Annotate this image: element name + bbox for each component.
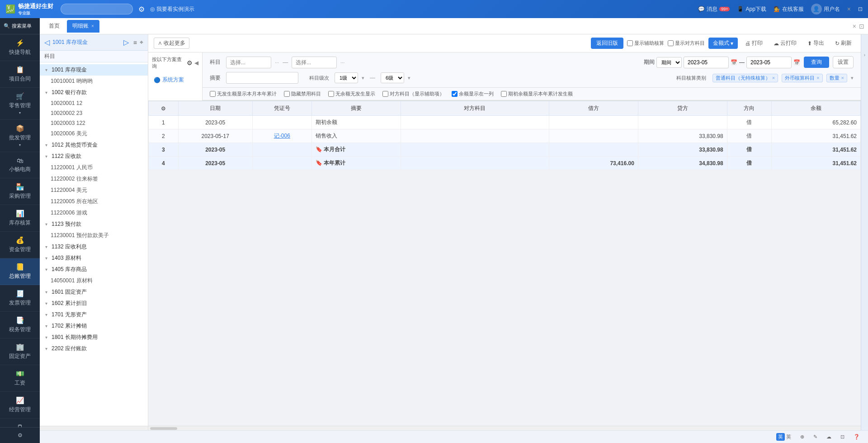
sidebar-item-operations[interactable]: 📈经营管理 (0, 392, 40, 419)
tag-quantity-remove[interactable]: × (841, 75, 844, 81)
demo-link[interactable]: ◎ 我要看实例演示 (150, 5, 194, 13)
sidebar-item-contract[interactable]: 📋项目合同 (0, 61, 40, 88)
tree-item-1801[interactable]: ▾1801 长期待摊费用 (40, 332, 148, 343)
tab-home[interactable]: 首页 (43, 20, 65, 33)
app-download-btn[interactable]: 📱 App下载 (737, 5, 766, 13)
calendar-start-icon[interactable]: 📅 (731, 59, 737, 66)
close-tab-icon[interactable]: × (853, 23, 856, 30)
tree-item-11220005[interactable]: 11220005 所在地区 (40, 196, 148, 207)
td-voucher[interactable]: 记-006 (252, 129, 311, 143)
tree-item-10020006[interactable]: 10020006 美元 (40, 128, 148, 139)
collapse-btn[interactable]: ∧ 收起更多 (154, 38, 189, 49)
sidebar-item-assets[interactable]: 🏢固定资产 (0, 338, 40, 365)
show-contra-checkbox[interactable]: 显示对方科目 (668, 40, 705, 47)
tree-item-10010001[interactable]: 10010001 哟哟哟 (40, 76, 148, 87)
tree-item-1123[interactable]: ▾1123 预付款 (40, 219, 148, 230)
summary-filter-input[interactable] (226, 72, 298, 84)
maximize-icon[interactable]: ⊡ (858, 6, 863, 12)
calendar-end-icon[interactable]: 📅 (793, 59, 800, 66)
table-row[interactable]: 42023-05🔖 本年累计73,416.0034,830.98借31,451.… (149, 157, 861, 170)
tree-item-1132[interactable]: ▾1132 应收利息 (40, 241, 148, 252)
account-target-icon[interactable]: ⌖ (140, 38, 143, 46)
tree-item-10020001[interactable]: 10020001 12 (40, 98, 148, 108)
tree-item-1001[interactable]: ▾1001 库存现金 (40, 64, 148, 76)
level-dropdown-icon[interactable]: ▾ (362, 75, 364, 81)
tree-item-1405[interactable]: ▾1405 库存商品 (40, 264, 148, 275)
account-nav-left-icon[interactable]: ◁ (44, 38, 50, 47)
setting-btn[interactable]: 设置 (833, 56, 854, 68)
tree-item-2202[interactable]: ▾2202 应付账款 (40, 343, 148, 354)
tree-item-1002[interactable]: ▾1002 银行存款 (40, 87, 148, 98)
lang-btn[interactable]: 英 英 (774, 432, 794, 442)
tree-item-11220001[interactable]: 11220001 人民币 (40, 162, 148, 173)
tab-close-icon[interactable]: × (91, 24, 94, 29)
tree-item-1403[interactable]: ▾1403 原材料 (40, 252, 148, 264)
category-dropdown-icon[interactable]: ▾ (851, 75, 854, 81)
checkbox-contra-show[interactable]: 对方科目（显示辅助项） (382, 91, 444, 97)
checkbox-no-balance-show2[interactable]: 无余额无发生显示 (328, 91, 375, 97)
period-type-select[interactable]: 期间 (656, 57, 682, 68)
right-collapse-panel[interactable]: › (861, 34, 868, 430)
tree-item-11220002[interactable]: 11220002 往来标签 (40, 173, 148, 185)
account-filter-more-icon[interactable]: ··· (275, 60, 279, 65)
sidebar-item-inventory[interactable]: 📊库存核算 (0, 205, 40, 232)
sidebar-item-purchase[interactable]: 🏪采购管理 (0, 178, 40, 205)
tree-item-1012[interactable]: ▾1012 其他货币资金 (40, 139, 148, 151)
tree-item-11230001[interactable]: 11230001 预付款款美子 (40, 230, 148, 241)
query-btn[interactable]: 查询 (804, 57, 829, 68)
scheme-arrow-icon[interactable]: ◀ (194, 60, 198, 66)
account-scrollbar[interactable] (40, 426, 148, 430)
close-window-icon[interactable]: × (847, 5, 851, 13)
checkbox-balance-in-row[interactable]: 余额显示在一列 (452, 91, 494, 97)
sidebar-item-retail[interactable]: 🛒零售管理▾ (0, 88, 40, 120)
td-voucher[interactable] (252, 157, 311, 170)
sidebar-item-ecommerce[interactable]: 🛍小畅电商 (0, 152, 40, 178)
period-end-input[interactable] (746, 57, 792, 68)
show-assist-checkbox[interactable]: 显示辅助核算 (627, 40, 664, 47)
checkbox-no-balance-show[interactable]: 无发生额显示本月本年累计 (210, 91, 277, 97)
refresh-btn[interactable]: ↻ 刷新 (831, 38, 855, 48)
account-nav-right-icon[interactable]: ▷ (123, 38, 129, 47)
export-btn[interactable]: ⬆ 导出 (804, 38, 828, 48)
tree-item-1701[interactable]: ▾1701 无形资产 (40, 309, 148, 320)
tag-foreign-remove[interactable]: × (816, 75, 819, 81)
tree-item-1602[interactable]: ▾1602 累计折旧 (40, 298, 148, 309)
status-add-icon[interactable]: ⊕ (797, 433, 807, 441)
level-start-select[interactable]: 1级 (335, 72, 358, 83)
sidebar-item-quick-nav[interactable]: ⚡快捷导航 (0, 34, 40, 61)
tree-item-1122[interactable]: ▾1122 应收款 (40, 151, 148, 162)
mode-btn[interactable]: 金额式 ▾ (708, 38, 738, 49)
level-end-select[interactable]: 6级 (381, 72, 404, 83)
table-row[interactable]: 22023-05-17记-006销售收入33,830.98借31,451.62 (149, 129, 861, 143)
td-voucher[interactable] (252, 143, 311, 157)
system-scheme-item[interactable]: 🔵 系统方案 (152, 74, 198, 86)
top-search-input[interactable] (61, 4, 133, 14)
cloud-print-btn[interactable]: ☁ 云打印 (770, 38, 800, 48)
scroll-thumb[interactable] (150, 427, 177, 430)
tab-ledger-detail[interactable]: 明细账 × (67, 20, 99, 33)
tree-item-1601[interactable]: ▾1601 固定资产 (40, 286, 148, 298)
status-help-icon[interactable]: ❓ (851, 433, 863, 441)
period-start-input[interactable] (684, 57, 729, 68)
checkbox-period-balance[interactable]: 期初余额显示本年累计发生额 (501, 91, 573, 97)
account-menu-icon[interactable]: ≡ (133, 39, 137, 46)
td-voucher[interactable] (252, 116, 311, 129)
sidebar-item-wholesale[interactable]: 📦批发管理▾ (0, 120, 40, 152)
tag-normal-remove[interactable]: × (772, 75, 775, 81)
account-filter-input[interactable] (226, 57, 271, 68)
tree-item-14050001[interactable]: 14050001 原材料 (40, 275, 148, 286)
sidebar-settings-btn[interactable]: ⚙ (0, 427, 40, 443)
settings-col-icon[interactable]: ⚙ (161, 105, 166, 112)
settings-icon[interactable]: ⚙ (138, 5, 145, 14)
message-btn[interactable]: 💬 消息 99+ (698, 5, 730, 13)
sidebar-item-report[interactable]: 🗒小畅报销 (0, 419, 40, 427)
table-row[interactable]: 12023-05期初余额借65,282.60 (149, 116, 861, 129)
table-row[interactable]: 32023-05🔖 本月合计33,830.98借31,451.62 (149, 143, 861, 157)
user-avatar[interactable]: 👤 用户名 (811, 4, 840, 14)
scroll-bottom[interactable] (148, 426, 861, 430)
sidebar-item-finance[interactable]: 💰资金管理 (0, 232, 40, 258)
sidebar-item-tax[interactable]: 📑税务管理 (0, 312, 40, 338)
tree-item-11220006[interactable]: 11220006 游戏 (40, 207, 148, 219)
level-end-dropdown-icon[interactable]: ▾ (408, 75, 410, 81)
status-cloud-icon[interactable]: ☁ (824, 433, 834, 441)
